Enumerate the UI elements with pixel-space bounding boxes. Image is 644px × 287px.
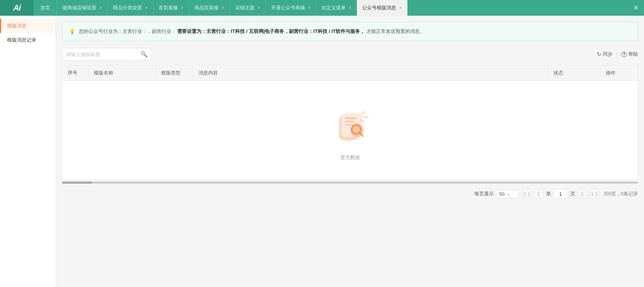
svg-rect-6	[345, 124, 352, 126]
nav-tab-custom-menu-close[interactable]: ×	[349, 6, 351, 10]
per-page-select: 每页显示 50 ⌄	[474, 190, 519, 198]
last-page-button[interactable]: ❯❯	[589, 189, 599, 199]
search-icon[interactable]: 🔍	[141, 51, 148, 58]
nav-tab-custom-menu[interactable]: 自定义菜单 ×	[316, 0, 357, 16]
empty-text: 暂无数据	[62, 154, 638, 161]
nav-tab-wsc-setting-close[interactable]: ×	[99, 6, 102, 10]
page-suffix: 页	[570, 190, 575, 197]
data-table: 序号 模版名称 模版类型 消息内容 状态 操作	[62, 65, 638, 180]
col-header-content: 消息内容	[193, 65, 548, 81]
notice-highlight: 需要设置为：主营行业：IT科技 / 互联网|电子商务，副营行业：IT科技 / I…	[177, 28, 365, 34]
col-header-type: 模版类型	[156, 65, 193, 81]
page-info: ❮❮ ❮ 第 页 ❯ ❯❯ 共0页，0条记录	[522, 189, 638, 199]
next-page-button[interactable]: ❯	[577, 189, 587, 199]
content-area: 💡 您的公众号行业为：主营行业：，副营行业： 需要设置为：主营行业：IT科技 /…	[56, 16, 644, 287]
bulb-icon: 💡	[69, 28, 75, 34]
sync-button[interactable]: ↻ 同步	[597, 51, 613, 58]
toolbar-divider: |	[616, 52, 617, 57]
toolbar-right: ↻ 同步 | ? 帮助	[597, 51, 638, 58]
pagination: 每页显示 50 ⌄ ❮❮ ❮ 第 页 ❯ ❯❯ 共0页，0条记录	[62, 185, 638, 202]
main-layout: 模版消息 模版消息记录 💡 您的公众号行业为：主营行业：，副营行业： 需要设置为…	[0, 16, 644, 287]
per-page-dropdown[interactable]: 50 ⌄	[496, 190, 519, 198]
sidebar: 模版消息 模版消息记录	[0, 16, 56, 287]
notice-box: 💡 您的公众号行业为：主营行业：，副营行业： 需要设置为：主营行业：IT科技 /…	[62, 22, 638, 41]
nav-tab-product-category-close[interactable]: ×	[145, 6, 148, 10]
logo: Ai	[0, 0, 34, 16]
help-button[interactable]: ? 帮助	[621, 51, 638, 58]
sidebar-item-template-msg[interactable]: 模版消息	[0, 19, 56, 33]
nav-tab-home-decor-close[interactable]: ×	[181, 6, 184, 10]
nav-tab-shop-theme-close[interactable]: ×	[258, 6, 260, 10]
col-header-seq: 序号	[62, 65, 89, 81]
search-bar: 🔍 ↻ 同步 | ? 帮助	[62, 48, 638, 61]
nav-tab-product-decor[interactable]: 商品页装修 ×	[189, 0, 230, 16]
svg-rect-5	[345, 121, 355, 122]
nav-tab-shop-theme[interactable]: 店铺主题 ×	[230, 0, 266, 16]
nav-tab-product-category[interactable]: 商品分类设置 ×	[108, 0, 153, 16]
top-nav: Ai 首页 微商城店铺设置 × 商品分类设置 × 首页装修 × 商品页装修 × …	[0, 0, 644, 16]
svg-line-11	[363, 117, 368, 117]
table-empty-row: 暂无数据	[62, 81, 638, 180]
empty-icon	[328, 103, 373, 148]
per-page-label: 每页显示	[474, 190, 494, 197]
help-icon: ?	[621, 52, 627, 57]
nav-tabs: 首页 微商城店铺设置 × 商品分类设置 × 首页装修 × 商品页装修 × 店铺主…	[34, 0, 628, 16]
nav-tab-template-msg-close[interactable]: ×	[399, 6, 402, 10]
page-prefix: 第	[546, 190, 551, 197]
nav-tab-open-mall-close[interactable]: ×	[308, 6, 311, 10]
per-page-value: 50	[499, 191, 505, 197]
first-page-button[interactable]: ❮❮	[522, 189, 532, 199]
nav-tab-wsc-setting[interactable]: 微商城店铺设置 ×	[57, 0, 108, 16]
close-all-tabs-button[interactable]: ✕	[628, 0, 644, 16]
page-number-input[interactable]	[553, 189, 568, 199]
svg-rect-4	[345, 117, 356, 119]
search-input-wrap[interactable]: 🔍	[62, 48, 152, 61]
search-input[interactable]	[66, 52, 139, 57]
sidebar-item-template-msg-record[interactable]: 模版消息记录	[0, 33, 56, 47]
col-header-name: 模版名称	[89, 65, 156, 81]
nav-tab-home[interactable]: 首页	[34, 0, 57, 16]
col-header-status: 状态	[548, 65, 601, 81]
sync-icon: ↻	[597, 51, 601, 57]
notice-suffix: 才能正常发送预置的消息。	[366, 28, 425, 34]
total-info: 共0页，0条记录	[604, 190, 638, 197]
col-header-action: 操作	[601, 65, 638, 81]
nav-tab-home-decor[interactable]: 首页装修 ×	[153, 0, 189, 16]
prev-page-button[interactable]: ❮	[534, 189, 544, 199]
empty-state: 暂无数据	[62, 81, 638, 180]
nav-tab-product-decor-close[interactable]: ×	[222, 6, 224, 10]
nav-tab-template-msg[interactable]: 公众号模版消息 ×	[357, 0, 407, 16]
table-header-row: 序号 模版名称 模版类型 消息内容 状态 操作	[62, 65, 638, 81]
chevron-down-icon: ⌄	[507, 192, 510, 196]
nav-tab-open-mall[interactable]: 开通公众号商城 ×	[266, 0, 316, 16]
svg-line-10	[361, 112, 365, 115]
notice-prefix: 您的公众号行业为：主营行业：，副营行业：	[79, 28, 176, 34]
